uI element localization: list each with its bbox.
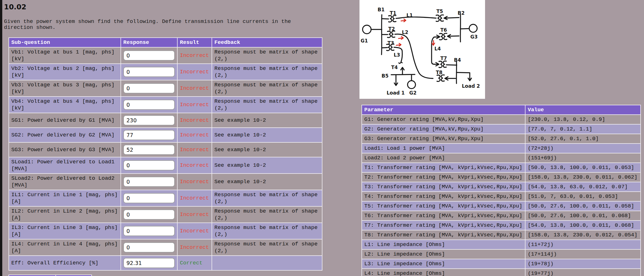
- sub-question-label: Vb4: Voltage at bus 4 [mag, phs] [kV]: [9, 97, 121, 113]
- parameter-row: Load1: Load 1 power [MVA](72+28j): [362, 144, 641, 153]
- parameter-value: [158.0, 13.8, 230.0, 0.012, 0.054]: [525, 230, 641, 240]
- result-badge: Incorrect: [177, 47, 212, 64]
- response-cell: [121, 157, 177, 174]
- column-header-parameter: Parameter: [362, 105, 525, 115]
- result-badge: Incorrect: [177, 97, 212, 113]
- reference-panel: B1T1L1T5B2G1T2L2T6G3T3L4L3T7B4T4T8B5Load…: [359, 0, 641, 276]
- sub-question-label: IL1: Current in Line 1 [mag, phs] [A]: [9, 190, 121, 206]
- response-input-vb4[interactable]: [123, 100, 175, 110]
- parameter-name: G3: Generator rating [MVA,kV,Rpu,Xpu]: [362, 134, 525, 144]
- svg-text:L3: L3: [394, 52, 400, 58]
- actions-table: Check Answers Attempts: [8, 275, 92, 276]
- response-input-vb3[interactable]: [123, 83, 175, 93]
- parameter-name: T1: Transformer rating [MVA, kVpri,kVsec…: [362, 163, 525, 172]
- transformer-t7-icon: [439, 61, 446, 68]
- question-panel: 10.02 Given the power system shown find …: [4, 3, 324, 276]
- response-input-vb1[interactable]: [123, 50, 175, 61]
- result-badge: Incorrect: [177, 157, 212, 174]
- parameter-name: T6: Transformer rating [MVA, kVpri,kVsec…: [362, 211, 525, 221]
- il4-direction-arrow: [433, 40, 434, 45]
- result-badge: Incorrect: [177, 239, 212, 256]
- response-cell: [121, 190, 177, 206]
- parameter-name: L4: Line impedance [Ohms]: [362, 269, 525, 276]
- diagram-labels: B1T1L1T5B2G1T2L2T6G3T3L4L3T7B4T4T8B5Load…: [361, 7, 480, 96]
- svg-text:B4: B4: [454, 57, 461, 63]
- line-l1: [399, 17, 436, 18]
- column-header-sub-question: Sub-question: [9, 38, 121, 47]
- response-input-sg3[interactable]: [123, 145, 175, 155]
- result-badge: Incorrect: [177, 190, 212, 206]
- parameter-name: L2: Line impedance [Ohms]: [362, 249, 525, 259]
- parameters-header-row: Parameter Value: [362, 105, 641, 115]
- parameter-value: [50.0, 27.6, 100.0, 0.011, 0.058]: [525, 201, 641, 211]
- feedback-text: Response must be matrix of shape (2,): [212, 80, 322, 97]
- questions-header-row: Sub-question Response Result Feedback: [9, 38, 322, 47]
- table-row: Vb4: Voltage at bus 4 [mag, phs] [kV] In…: [9, 97, 322, 113]
- response-input-eff[interactable]: [123, 258, 175, 268]
- table-row: SG1: Power delivered by G1 [MVA] Incorre…: [9, 113, 322, 128]
- column-header-response: Response: [121, 38, 177, 47]
- response-cell: [121, 97, 177, 113]
- parameter-row: G3: Generator rating [MVA,kV,Rpu,Xpu][52…: [362, 134, 641, 144]
- parameter-name: T3: Transformer rating [MVA, kVpri,kVsec…: [362, 182, 525, 192]
- parameter-value: (11+72j): [525, 240, 641, 249]
- svg-text:G2: G2: [409, 90, 417, 96]
- response-cell: [121, 47, 177, 64]
- response-input-il4[interactable]: [123, 242, 175, 253]
- feedback-text: See example 10-2: [212, 157, 322, 174]
- table-row: IL4: Current in Line 4 [mag, phs] [A] In…: [9, 239, 322, 256]
- feedback-text: Response must be matrix of shape (2,): [212, 47, 322, 64]
- problem-description: Given the power system shown find the fo…: [4, 19, 295, 31]
- parameter-row: G1: Generator rating [MVA,kV,Rpu,Xpu][23…: [362, 115, 641, 124]
- feedback-text: See example 10-2: [212, 174, 322, 190]
- parameter-value: [158.0, 13.8, 230.0, 0.011, 0.062]: [525, 172, 641, 182]
- questions-table: Sub-question Response Result Feedback Vb…: [8, 37, 322, 271]
- svg-text:T7: T7: [440, 55, 447, 61]
- response-input-il3[interactable]: [123, 226, 175, 236]
- table-row: SLoad1: Power delivered to Load1 [MVA] I…: [9, 157, 322, 174]
- svg-text:Load 1: Load 1: [387, 90, 405, 96]
- svg-text:B5: B5: [382, 73, 389, 79]
- response-cell: [121, 113, 177, 128]
- sub-question-label: Eff: Overall Efficiency [%]: [9, 256, 121, 270]
- response-input-sload1[interactable]: [123, 160, 175, 170]
- response-input-sg1[interactable]: [123, 115, 175, 125]
- parameter-value: [54.0, 13.8, 63.0, 0.012, 0.07]: [525, 182, 641, 192]
- table-row: IL2: Current in Line 2 [mag, phs] [A] In…: [9, 206, 322, 223]
- response-input-sload2[interactable]: [123, 177, 175, 187]
- parameter-name: T8: Transformer rating [MVA, kVpri,kVsec…: [362, 230, 525, 240]
- parameter-value: [51.0, 7, 63.0, 0.01, 0.053]: [525, 192, 641, 201]
- feedback-text: Response must be matrix of shape (2,): [212, 190, 322, 206]
- parameter-row: T5: Transformer rating [MVA, kVpri,kVsec…: [362, 201, 641, 211]
- response-input-il1[interactable]: [123, 193, 175, 203]
- sub-question-label: SG1: Power delivered by G1 [MVA]: [9, 113, 121, 128]
- parameter-row: T3: Transformer rating [MVA, kVpri,kVsec…: [362, 182, 641, 192]
- parameter-row: Load2: Load 2 power [MVA](151+69j): [362, 153, 641, 163]
- parameter-name: T7: Transformer rating [MVA, kVpri,kVsec…: [362, 221, 525, 230]
- sub-question-label: Vb1: Voltage at bus 1 [mag, phs] [kV]: [9, 47, 121, 64]
- parameter-value: (19+78j): [525, 259, 641, 269]
- parameter-value: [52.0, 27.6, 0.1, 1.0]: [525, 134, 641, 144]
- svg-text:G3: G3: [470, 34, 478, 40]
- parameter-name: L3: Line impedance [Ohms]: [362, 259, 525, 269]
- parameter-name: L1: Line impedance [Ohms]: [362, 240, 525, 249]
- response-input-vb2[interactable]: [123, 67, 175, 77]
- parameter-name: G1: Generator rating [MVA,kV,Rpu,Xpu]: [362, 115, 525, 124]
- result-badge: Incorrect: [177, 64, 212, 80]
- svg-text:T4: T4: [391, 65, 398, 70]
- transformer-t6-icon: [440, 33, 447, 40]
- parameter-value: (17+114j): [525, 249, 641, 259]
- sub-question-label: SG2: Power delivered by G2 [MVA]: [9, 128, 121, 142]
- column-header-feedback: Feedback: [212, 38, 322, 47]
- svg-text:T2: T2: [388, 26, 395, 32]
- result-badge: Correct: [177, 256, 212, 270]
- sub-question-label: Vb2: Voltage at bus 2 [mag, phs] [kV]: [9, 64, 121, 80]
- response-cell: [121, 239, 177, 256]
- check-answers-header: Check Answers: [9, 275, 56, 276]
- feedback-text: See example 10-2: [212, 142, 322, 157]
- feedback-text: Response must be matrix of shape (2,): [212, 64, 322, 80]
- response-input-il2[interactable]: [123, 209, 175, 220]
- response-input-sg2[interactable]: [123, 130, 175, 140]
- result-badge: Incorrect: [177, 142, 212, 157]
- table-row: SG3: Power delivered by G3 [MVA] Incorre…: [9, 142, 322, 157]
